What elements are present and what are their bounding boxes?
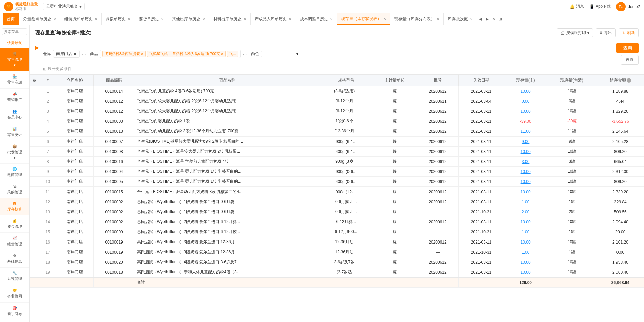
close-icon[interactable]: ✕	[470, 17, 473, 21]
tab-9[interactable]: 现存量（库存状况表） ✕	[337, 13, 390, 25]
table-wrapper: ⚙ # 仓库名称 商品编码 商品名称 规格型号 主计量单位 批号 失效日期 现存…	[30, 75, 644, 322]
logo-icon: 🧡	[4, 2, 13, 11]
th-settings[interactable]: ⚙	[30, 75, 40, 86]
sidebar-item-appstore[interactable]: 📲 应用中心	[0, 320, 29, 322]
product-tag-3[interactable]: 飞...	[227, 51, 238, 57]
sidebar-item-retail-mall[interactable]: 🏪 零售商城	[0, 71, 29, 89]
table-row: 19 南岸门店 00100018 惠氏启赋（Wyeth illuma）亲和人体儿…	[30, 267, 644, 278]
tab-4[interactable]: 要货单历史 ✕	[135, 13, 168, 25]
sidebar-item-inventory[interactable]: 🗄 库存核算	[0, 198, 29, 215]
sidebar-item-finance[interactable]: 💰 资金管理	[0, 215, 29, 233]
tab-menu[interactable]: ⊞	[497, 13, 504, 25]
tab-7[interactable]: 产成品入库单历史 ✕	[251, 13, 296, 25]
sidebar-item-basic[interactable]: ⚙ 基础信息	[0, 250, 29, 268]
wholesale-icon: 📦	[12, 144, 17, 149]
close-icon[interactable]: ✕	[437, 17, 439, 21]
tab-home[interactable]: 首页	[3, 13, 19, 25]
remove-warehouse-tag[interactable]: ✕	[73, 52, 77, 56]
product-tag-1[interactable]: 飞鹤奶粉3段丙涯提装 ✕	[102, 51, 146, 57]
header-right: 🔔 消息 📱 App下载 Ea demo2	[570, 2, 640, 11]
page-title: 现存量查询(按仓库+批次)	[35, 30, 92, 36]
warehouse-tag[interactable]: 南岸门店 ✕	[53, 50, 80, 58]
chevron-down-icon: ▾	[79, 4, 82, 9]
tab-3[interactable]: 调拨单历史 ✕	[102, 13, 135, 25]
refresh-button[interactable]: ↻ 刷新	[619, 28, 639, 37]
page-actions: 🖨 按模板打印 ▾ ⬇ 导出 ↻ 刷新	[557, 28, 639, 37]
user-area[interactable]: Ea demo2	[616, 2, 640, 11]
search-input[interactable]	[2, 28, 27, 35]
tab-1[interactable]: 分量盘点单历史 ✕	[19, 13, 60, 25]
amount-info-icon[interactable]: i	[627, 78, 631, 83]
tab-8[interactable]: 成本调整单历史 ✕	[296, 13, 337, 25]
tab-5[interactable]: 其他出库单历史 ✕	[168, 13, 209, 25]
sidebar-shortcut[interactable]: 快捷导航	[0, 38, 29, 48]
tab-scroll-left[interactable]: ◀	[477, 13, 484, 25]
sidebar-item-guide[interactable]: 🎯 新手引导	[0, 303, 29, 320]
finance-icon: 💰	[12, 219, 17, 223]
warehouse-more-dots[interactable]: ···	[82, 51, 86, 57]
remove-product-tag-1[interactable]: ✕	[141, 52, 143, 56]
tab-scroll-right[interactable]: ▶	[484, 13, 490, 25]
product-more-dots[interactable]: ···	[243, 51, 247, 57]
th-expire: 失效日期	[458, 75, 504, 86]
th-spec: 规格型号	[320, 75, 372, 86]
close-icon[interactable]: ✕	[202, 17, 205, 21]
refresh-icon: ↻	[622, 31, 626, 35]
close-icon[interactable]: ✕	[244, 17, 246, 21]
msg-button[interactable]: 🔔 消息	[570, 4, 584, 9]
product-tag-2[interactable]: 飞鹤星飞帆 儿童奶粉 4段(3-6岁适用) 700克 ✕	[147, 51, 226, 57]
inventory-icon: 🗄	[13, 202, 16, 206]
table-row: 12 南岸门店 00100002 惠氏启赋（Wyeth illuma）1段奶粉 …	[30, 197, 644, 207]
tab-11[interactable]: 库存批次账 ✕	[444, 13, 477, 25]
sidebar-item-system[interactable]: 🔧 系统管理	[0, 268, 29, 285]
close-icon[interactable]: ✕	[53, 17, 56, 21]
query-button[interactable]: 查询	[616, 43, 639, 53]
table-row: 8 南岸门店 00100016 合生元（BIOSTIME）派星 学龄前儿童配方奶…	[30, 157, 644, 167]
tab-10[interactable]: 现存量（库存分布表） ✕	[390, 13, 444, 25]
close-icon[interactable]: ✕	[128, 17, 130, 21]
sidebar-item-retail-mgmt[interactable]: 🛒 零售管理 ▾	[0, 48, 29, 71]
th-qty-pkg: 现存量(包装)	[547, 75, 597, 86]
chevron-icon: ▾	[14, 156, 16, 160]
setting-button[interactable]: 设置	[621, 55, 639, 65]
sidebar-item-purchase[interactable]: 🛍 采购管理	[0, 181, 29, 198]
table-row: 16 南岸门店 00100019 惠氏启赋（Wyeth illuma）3段奶粉 …	[30, 237, 644, 247]
color-select[interactable]: ▾	[261, 51, 301, 57]
close-icon[interactable]: ✕	[161, 17, 164, 21]
table-row: 17 南岸门店 00100019 惠氏启赋（Wyeth illuma）3段奶粉 …	[30, 247, 644, 257]
expand-more-button[interactable]: ⊞ 展开更多条件	[43, 65, 639, 72]
sidebar-item-wholesale[interactable]: 📦 批发管理 ▾	[0, 141, 29, 164]
table-row: 15 南岸门店 00100009 惠氏启赋（Wyeth illuma）2段奶粉 …	[30, 227, 644, 237]
tab-6[interactable]: 材料出库单历史 ✕	[209, 13, 251, 25]
th-qty-main: 现存量(主)	[504, 75, 547, 86]
table-header-row: ⚙ # 仓库名称 商品编码 商品名称 规格型号 主计量单位 批号 失效日期 现存…	[30, 75, 644, 86]
print-icon: 🖨	[560, 31, 565, 35]
sidebar-item-ecommerce[interactable]: 🌐 电商管理	[0, 164, 29, 181]
sidebar: 快捷导航 🛒 零售管理 ▾ 🏪 零售商城 📣 营销推广 👥 会员中心 📊 零售统…	[0, 25, 30, 322]
close-icon[interactable]: ✕	[383, 17, 386, 21]
business-icon: 📈	[12, 236, 17, 240]
main-layout: 快捷导航 🛒 零售管理 ▾ 🏪 零售商城 📣 营销推广 👥 会员中心 📊 零售统…	[0, 25, 644, 322]
template-print-button[interactable]: 🖨 按模板打印 ▾	[557, 28, 593, 37]
purchase-icon: 🛍	[13, 184, 16, 189]
sidebar-item-business[interactable]: 📈 经营管理	[0, 233, 29, 250]
close-icon[interactable]: ✕	[289, 17, 291, 21]
close-icon[interactable]: ✕	[330, 17, 333, 21]
sidebar-item-collab[interactable]: 🤝 企业协同	[0, 285, 29, 303]
app-download-button[interactable]: 📱 App下载	[589, 4, 611, 9]
close-icon[interactable]: ✕	[95, 17, 97, 21]
expand-filter-button[interactable]: ▶	[35, 44, 39, 51]
export-button[interactable]: ⬇ 导出	[596, 28, 616, 37]
remove-product-tag-2[interactable]: ✕	[221, 52, 223, 56]
sidebar-item-marketing[interactable]: 📣 营销推广	[0, 89, 29, 106]
tab-close-all[interactable]: ✕	[490, 13, 497, 25]
total-label: 合计	[135, 277, 320, 288]
query-buttons: 查询 设置	[616, 43, 639, 65]
sidebar-item-retail-stats[interactable]: 📊 零售统计	[0, 123, 29, 141]
sidebar-item-member[interactable]: 👥 会员中心	[0, 106, 29, 123]
industry-select[interactable]: 母婴行业演示账套 ▾	[43, 3, 85, 10]
th-warehouse: 仓库名称	[56, 75, 94, 86]
table-row: 7 南岸门店 00100008 合生元（BIOSTIME）派星较大婴儿配方奶粉 …	[30, 147, 644, 157]
tab-2[interactable]: 组装拆卸单历史 ✕	[60, 13, 102, 25]
chevron-down-icon: ▾	[296, 52, 298, 56]
